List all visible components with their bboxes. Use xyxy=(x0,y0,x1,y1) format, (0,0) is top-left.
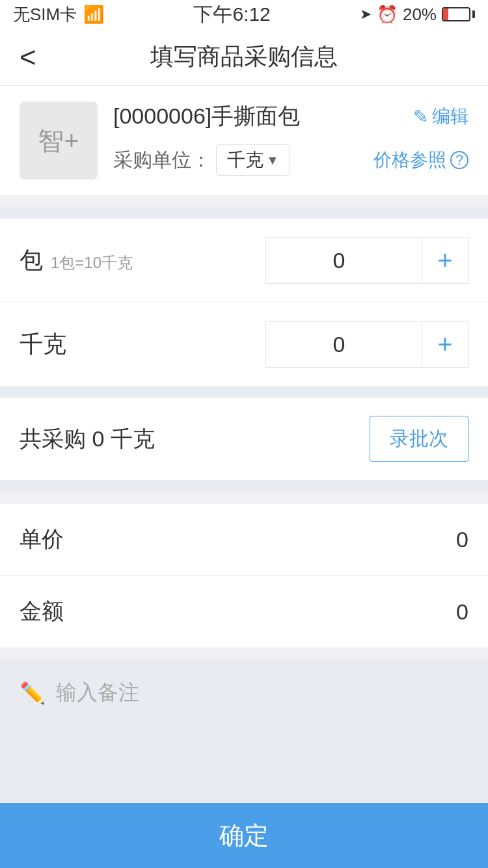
product-image: 智+ xyxy=(20,102,98,180)
quantity-input-kg[interactable] xyxy=(265,321,422,368)
unit-selector-group: 采购单位： 千克 ▼ xyxy=(113,144,290,176)
product-name: [0000006]手撕面包 xyxy=(113,102,300,131)
quantity-unit-bao: 包 xyxy=(20,245,43,277)
price-ref-label: 价格参照 xyxy=(373,148,446,172)
quantity-label-bao: 包 1包=10千克 xyxy=(20,245,137,277)
unit-value: 千克 xyxy=(227,148,264,172)
status-left: 无SIM卡 📶 xyxy=(13,3,104,26)
page-title: 填写商品采购信息 xyxy=(150,41,338,73)
quantity-unit-kg: 千克 xyxy=(20,329,66,360)
amount-row: 金额 0 xyxy=(0,576,488,647)
price-section: 单价 0 金额 0 xyxy=(0,504,488,647)
quantity-input-bao[interactable] xyxy=(265,237,422,284)
quantity-row-kg: 千克 + xyxy=(0,303,488,386)
batch-button[interactable]: 录批次 xyxy=(370,416,468,462)
remark-section[interactable]: ✏️ 输入备注 xyxy=(0,659,488,727)
unit-price-label: 单价 xyxy=(20,524,64,554)
total-label: 共采购 0 千克 xyxy=(20,424,155,454)
battery-icon xyxy=(442,7,475,21)
quantity-input-group-kg: + xyxy=(137,321,468,368)
back-button[interactable]: < xyxy=(20,43,49,72)
divider-1 xyxy=(0,207,488,219)
quantity-plus-bao[interactable]: + xyxy=(422,237,468,284)
carrier-text: 无SIM卡 xyxy=(13,3,77,26)
amount-label: 金额 xyxy=(20,597,64,627)
edit-button[interactable]: ✎ 编辑 xyxy=(413,104,468,129)
location-icon: ➤ xyxy=(360,6,372,23)
divider-2 xyxy=(0,386,488,398)
price-reference-button[interactable]: 价格参照 ? xyxy=(373,148,468,172)
battery-percentage: 20% xyxy=(403,5,437,25)
status-time: 下午6:12 xyxy=(193,1,270,28)
wifi-icon: 📶 xyxy=(83,5,104,25)
status-bar: 无SIM卡 📶 下午6:12 ➤ ⏰ 20% xyxy=(0,0,488,29)
quantity-input-group-bao: + xyxy=(137,237,468,284)
quantity-label-kg: 千克 xyxy=(20,329,137,360)
price-ref-info-icon: ? xyxy=(450,151,468,169)
product-section: 智+ [0000006]手撕面包 ✎ 编辑 采购单位： 千克 ▼ 价格参照 ? xyxy=(0,86,488,195)
remark-placeholder: 输入备注 xyxy=(56,679,139,707)
unit-dropdown-arrow: ▼ xyxy=(266,153,279,168)
quantity-unit-bao-sub: 1包=10千克 xyxy=(51,252,133,273)
product-header: [0000006]手撕面包 ✎ 编辑 xyxy=(113,102,468,131)
amount-value: 0 xyxy=(456,599,468,625)
edit-label: 编辑 xyxy=(432,104,468,129)
divider-3 xyxy=(0,480,488,492)
quantity-row-bao: 包 1包=10千克 + xyxy=(0,219,488,303)
status-right: ➤ ⏰ 20% xyxy=(360,5,475,25)
quantity-section: 包 1包=10千克 + 千克 + xyxy=(0,219,488,386)
unit-price-row: 单价 0 xyxy=(0,504,488,576)
total-row: 共采购 0 千克 录批次 xyxy=(0,398,488,480)
nav-bar: < 填写商品采购信息 xyxy=(0,29,488,86)
product-unit-row: 采购单位： 千克 ▼ 价格参照 ? xyxy=(113,144,468,176)
product-image-label: 智+ xyxy=(38,123,79,159)
alarm-icon: ⏰ xyxy=(377,5,398,25)
unit-select[interactable]: 千克 ▼ xyxy=(216,144,290,176)
confirm-button[interactable]: 确定 xyxy=(0,803,488,868)
product-info: [0000006]手撕面包 ✎ 编辑 采购单位： 千克 ▼ 价格参照 ? xyxy=(113,102,468,176)
unit-price-value: 0 xyxy=(456,527,468,552)
quantity-plus-kg[interactable]: + xyxy=(422,321,468,368)
unit-label: 采购单位： xyxy=(113,147,211,174)
pencil-icon: ✏️ xyxy=(20,681,46,705)
edit-icon: ✎ xyxy=(413,106,428,128)
